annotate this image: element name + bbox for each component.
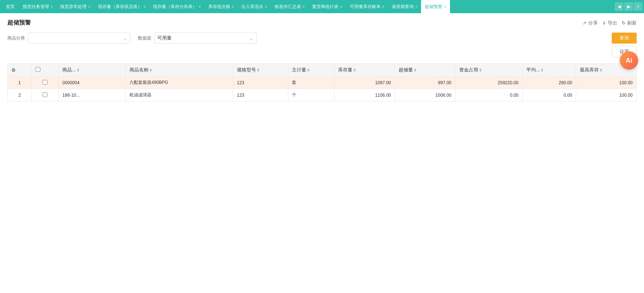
tab-close-icon[interactable]: × — [340, 4, 342, 9]
data-source-select[interactable]: 可用量 ⌄ — [154, 33, 257, 44]
td-capital: 259220.00 — [455, 77, 522, 89]
nav-tab[interactable]: 出入库流水× — [238, 0, 271, 13]
td-rownum: 1 — [8, 77, 32, 89]
nav-tabs: 拣货任务管理×拣货异常处理×现存量（库存状况表）×现存量（库存分布表）×库存批次… — [19, 0, 450, 13]
th-avg-label: 平均... — [526, 67, 540, 73]
td-avg: 0.00 — [522, 89, 576, 101]
data-source-label: 数据源 — [138, 35, 151, 41]
th-name-label: 商品名称 — [129, 67, 149, 73]
sort-overstock-icon — [414, 68, 416, 72]
share-icon: ➚ — [583, 20, 587, 26]
refresh-button[interactable]: ↻ 刷新 — [622, 20, 637, 26]
row-checkbox[interactable] — [43, 80, 47, 85]
table-row[interactable]: 1 0000004 六配套新昌490BPG 123 套 1097.00 997.… — [8, 77, 637, 89]
th-overstock[interactable]: 超储量 — [395, 64, 455, 77]
sort-avg-icon — [541, 68, 543, 72]
td-unit: 套 — [288, 77, 334, 89]
tab-close-icon[interactable]: × — [415, 4, 417, 9]
sort-maxstock-icon — [600, 68, 602, 72]
th-name[interactable]: 商品名称 — [126, 64, 233, 77]
export-button[interactable]: ⇓ 导出 — [602, 20, 617, 26]
nav-prev-arrow[interactable]: ◀ — [615, 2, 623, 11]
nav-next-arrow[interactable]: ▶ — [624, 2, 633, 11]
nav-tab[interactable]: 可用量库存账本× — [346, 0, 388, 13]
page-container: 超储预警 ➚ 分享 ⇓ 导出 ↻ 刷新 商品分类 ⌄ 数据源 — [0, 13, 644, 293]
td-maxstock: 100.00 — [576, 89, 637, 101]
product-category-select[interactable]: ⌄ — [28, 33, 131, 44]
tab-close-icon[interactable]: × — [143, 4, 146, 9]
nav-tab[interactable]: 现存量（库存分布表）× — [149, 0, 204, 13]
td-code: 0000004 — [59, 77, 126, 89]
share-button[interactable]: ➚ 分享 — [583, 20, 598, 26]
td-avg: 260.00 — [522, 77, 576, 89]
nav-tab[interactable]: 拣货任务管理× — [19, 0, 56, 13]
th-code-label: 商品... — [62, 67, 76, 73]
nav-more-arrow[interactable]: × — [634, 2, 643, 11]
th-spec[interactable]: 规格型号 — [233, 64, 288, 77]
th-avg[interactable]: 平均... — [522, 64, 576, 77]
th-overstock-label: 超储量 — [399, 67, 413, 73]
th-capital[interactable]: 资金占用 — [455, 64, 522, 77]
select-all-checkbox[interactable] — [36, 67, 40, 72]
nav-tab[interactable]: 现存量（库存状况表）× — [94, 0, 149, 13]
td-code: 186-10... — [59, 89, 126, 101]
th-settings[interactable]: ⚙ — [8, 64, 32, 77]
th-unit-label: 主计量 — [292, 67, 306, 73]
td-name: 六配套新昌490BPG — [126, 77, 233, 89]
td-rownum: 2 — [8, 89, 32, 101]
sort-stock-icon — [354, 68, 356, 72]
th-stock[interactable]: 库存量 — [334, 64, 395, 77]
td-checkbox[interactable] — [32, 77, 58, 89]
th-checkbox[interactable] — [32, 64, 58, 77]
sort-name-icon — [150, 68, 152, 72]
nav-home[interactable]: 首页 — [1, 4, 19, 10]
product-category-filter: 商品分类 ⌄ — [7, 33, 131, 44]
top-navigation: 首页 拣货任务管理×拣货异常处理×现存量（库存状况表）×现存量（库存分布表）×库… — [0, 0, 644, 13]
td-overstock: 1006.00 — [395, 89, 455, 101]
tab-close-icon[interactable]: × — [303, 4, 305, 9]
nav-tab[interactable]: 超储预警× — [421, 0, 450, 13]
tab-close-icon[interactable]: × — [265, 4, 267, 9]
nav-tab[interactable]: 保质期查询× — [388, 0, 421, 13]
sort-code-icon — [77, 68, 79, 72]
sort-spec-icon — [257, 68, 259, 72]
data-table: ⚙ 商品... 商品名称 — [7, 63, 637, 101]
tab-close-icon[interactable]: × — [444, 4, 446, 9]
table-header-row: ⚙ 商品... 商品名称 — [8, 64, 637, 77]
data-source-filter: 数据源 可用量 ⌄ — [138, 33, 257, 44]
table-row[interactable]: 2 186-10... 机油滤清器 123 个 1106.00 1006.00 … — [8, 89, 637, 101]
sort-unit-icon — [307, 68, 310, 72]
sort-capital-icon — [479, 68, 482, 72]
td-spec: 123 — [233, 77, 288, 89]
td-spec: 123 — [233, 89, 288, 101]
th-code[interactable]: 商品... — [59, 64, 126, 77]
page-title: 超储预警 — [7, 19, 31, 27]
row-checkbox[interactable] — [43, 92, 47, 97]
td-checkbox[interactable] — [32, 89, 58, 101]
tab-close-icon[interactable]: × — [232, 4, 234, 9]
th-unit[interactable]: 主计量 — [288, 64, 334, 77]
td-capital: 0.00 — [455, 89, 522, 101]
data-source-value: 可用量 — [157, 35, 172, 41]
th-capital-label: 资金占用 — [459, 67, 478, 73]
tab-close-icon[interactable]: × — [198, 4, 201, 9]
refresh-icon: ↻ — [622, 20, 626, 26]
settings-gear-icon: ⚙ — [11, 67, 16, 73]
th-maxstock-label: 最高库存 — [580, 67, 599, 73]
tab-close-icon[interactable]: × — [88, 4, 90, 9]
chevron-down-icon-2: ⌄ — [249, 36, 253, 41]
export-icon: ⇓ — [602, 20, 606, 26]
tab-close-icon[interactable]: × — [51, 4, 53, 9]
nav-tab[interactable]: 要货单统计表× — [308, 0, 346, 13]
nav-tab[interactable]: 收发存汇总表× — [271, 0, 308, 13]
query-button[interactable]: 查询 — [612, 33, 637, 44]
tab-close-icon[interactable]: × — [382, 4, 384, 9]
ai-assistant-badge[interactable]: Ai — [620, 51, 638, 70]
nav-tab[interactable]: 拣货异常处理× — [56, 0, 94, 13]
product-category-label: 商品分类 — [7, 35, 25, 41]
td-stock: 1106.00 — [334, 89, 395, 101]
th-stock-label: 库存量 — [338, 67, 352, 73]
nav-tab[interactable]: 库存批次账× — [205, 0, 238, 13]
td-unit: 个 — [288, 89, 334, 101]
page-header: 超储预警 ➚ 分享 ⇓ 导出 ↻ 刷新 — [7, 19, 637, 27]
